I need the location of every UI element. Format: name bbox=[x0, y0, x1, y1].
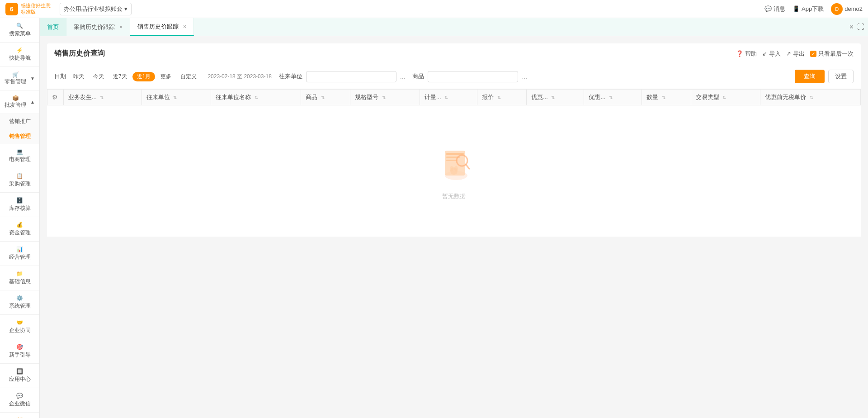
tab-close-button[interactable]: × bbox=[849, 23, 854, 31]
top-header: 6 畅捷信好生意 标准版 办公用品行业模拟账套 ▾ 💬 消息 📱 App下载 D… bbox=[0, 0, 868, 18]
sort-business-date[interactable]: ⇅ bbox=[100, 95, 104, 100]
header-right: 💬 消息 📱 App下载 D demo2 bbox=[764, 3, 863, 15]
goods-filter-input[interactable] bbox=[428, 71, 518, 82]
computer-icon: 💻 bbox=[2, 148, 38, 155]
unit-filter-input[interactable] bbox=[306, 71, 396, 82]
sidebar-item-search[interactable]: 🔍 搜索菜单 bbox=[0, 18, 39, 43]
message-button[interactable]: 💬 消息 bbox=[764, 5, 785, 13]
money-icon: 💰 bbox=[2, 222, 38, 228]
tab-actions: × ⛶ bbox=[846, 18, 868, 36]
sidebar: 🔍 搜索菜单 ⚡ 快捷导航 🛒 零售管理 ▼ 📦 批发管理 ▲ 营销推广 bbox=[0, 18, 40, 418]
page-title: 销售历史价查询 bbox=[54, 49, 105, 58]
sort-unit[interactable]: ⇅ bbox=[444, 95, 448, 100]
date-more-button[interactable]: 更多 bbox=[157, 72, 175, 81]
sidebar-item-purchase[interactable]: 📋 采购管理 bbox=[0, 168, 39, 193]
chevron-down-icon: ▼ bbox=[30, 76, 35, 81]
date-custom-button[interactable]: 自定义 bbox=[177, 72, 200, 81]
tab-spacer bbox=[194, 18, 846, 36]
sidebar-item-marketing[interactable]: 营销推广 bbox=[0, 114, 39, 129]
tab-sales-history[interactable]: 销售历史价跟踪 × bbox=[130, 18, 194, 36]
table-header-quantity: 数量 ⇅ bbox=[642, 90, 691, 105]
sort-unit-name[interactable]: ⇅ bbox=[255, 95, 258, 100]
logo-icon: 6 bbox=[5, 3, 18, 15]
sidebar-item-operations[interactable]: 📊 经营管理 bbox=[0, 242, 39, 266]
main-layout: 🔍 搜索菜单 ⚡ 快捷导航 🛒 零售管理 ▼ 📦 批发管理 ▲ 营销推广 bbox=[0, 18, 868, 418]
download-icon: 📱 bbox=[793, 5, 800, 12]
unit-filter-group: 往来单位 ... bbox=[279, 71, 406, 82]
import-button[interactable]: ↙ 导入 bbox=[762, 50, 781, 58]
sales-history-close-button[interactable]: × bbox=[183, 24, 186, 30]
handshake-icon: 🤝 bbox=[2, 319, 38, 326]
date-1month-button[interactable]: 近1月 bbox=[132, 72, 156, 81]
sidebar-item-retail[interactable]: 🛒 零售管理 ▼ bbox=[0, 67, 39, 90]
company-selector[interactable]: 办公用品行业模拟账套 ▾ bbox=[60, 3, 132, 15]
sidebar-item-ecommerce[interactable]: 💻 电商管理 bbox=[0, 144, 39, 168]
sidebar-item-wechat[interactable]: 💬 企业微信 bbox=[0, 388, 39, 413]
clipboard-icon: 📋 bbox=[2, 173, 38, 179]
sales-history-tab-label: 销售历史价跟踪 bbox=[137, 23, 179, 31]
home-tab-label: 首页 bbox=[47, 23, 59, 31]
user-menu[interactable]: D demo2 bbox=[831, 3, 863, 15]
sort-unit-code[interactable]: ⇅ bbox=[173, 95, 177, 100]
gear-icon: ⚙️ bbox=[2, 295, 38, 301]
sidebar-item-shortcuts[interactable]: ⚡ 快捷导航 bbox=[0, 43, 39, 67]
sidebar-item-sales[interactable]: 销售管理 bbox=[0, 129, 39, 144]
sort-goods[interactable]: ⇅ bbox=[321, 95, 325, 100]
date-filter-group: 日期 昨天 今天 近7天 近1月 更多 自定义 2023-02-18 至 202… bbox=[54, 72, 272, 81]
help-button[interactable]: ❓ 帮助 bbox=[736, 50, 757, 58]
sort-discount1[interactable]: ⇅ bbox=[551, 95, 555, 100]
date-yesterday-button[interactable]: 昨天 bbox=[70, 72, 88, 81]
sidebar-item-basic[interactable]: 📁 基础信息 bbox=[0, 266, 39, 290]
database-icon: 🗄️ bbox=[2, 197, 38, 204]
sidebar-item-finance[interactable]: 💰 资金管理 bbox=[0, 217, 39, 242]
tab-purchase-history[interactable]: 采购历史价跟踪 × bbox=[66, 18, 130, 36]
sort-quantity[interactable]: ⇅ bbox=[662, 95, 665, 100]
sidebar-item-apps[interactable]: 🔲 应用中心 bbox=[0, 364, 39, 388]
filter-actions: 查询 设置 bbox=[795, 70, 854, 83]
sort-discount2[interactable]: ⇅ bbox=[609, 95, 613, 100]
sidebar-item-guide[interactable]: 🎯 新手引导 bbox=[0, 339, 39, 364]
header-left: 6 畅捷信好生意 标准版 办公用品行业模拟账套 ▾ bbox=[5, 3, 132, 15]
chevron-up-icon: ▲ bbox=[30, 100, 35, 104]
sort-pretax-price[interactable]: ⇅ bbox=[810, 95, 813, 100]
date-7days-button[interactable]: 近7天 bbox=[109, 72, 131, 81]
svg-line-6 bbox=[466, 164, 469, 169]
sidebar-item-system[interactable]: ⚙️ 系统管理 bbox=[0, 290, 39, 315]
sort-spec[interactable]: ⇅ bbox=[382, 95, 386, 100]
page-header-actions: ❓ 帮助 ↙ 导入 ↗ 导出 ✓ 只看最后一次 bbox=[736, 50, 854, 58]
lightning-icon: ⚡ bbox=[2, 47, 38, 53]
page-content: 销售历史价查询 ❓ 帮助 ↙ 导入 ↗ 导出 ✓ bbox=[40, 36, 868, 418]
query-button[interactable]: 查询 bbox=[795, 70, 825, 83]
data-table: ⚙ 业务发生... ⇅ 往来单位 ⇅ 往来单位名称 bbox=[47, 89, 861, 105]
sidebar-item-vip[interactable]: 👑 畅会员 bbox=[0, 413, 39, 418]
message-icon: 💬 bbox=[764, 5, 772, 12]
date-today-button[interactable]: 今天 bbox=[90, 72, 108, 81]
last-only-checkbox-label[interactable]: ✓ 只看最后一次 bbox=[810, 50, 854, 58]
table-header-discount2: 优惠... ⇅ bbox=[584, 90, 642, 105]
date-buttons: 昨天 今天 近7天 近1月 更多 自定义 bbox=[70, 72, 200, 81]
export-button[interactable]: ↗ 导出 bbox=[786, 50, 805, 58]
sidebar-item-wholesale[interactable]: 📦 批发管理 ▲ bbox=[0, 90, 39, 114]
avatar: D bbox=[831, 3, 843, 15]
settings-gear-icon[interactable]: ⚙ bbox=[52, 94, 58, 101]
search-icon: 🔍 bbox=[2, 23, 38, 29]
sidebar-item-inventory[interactable]: 🗄️ 库存核算 bbox=[0, 193, 39, 217]
purchase-history-close-button[interactable]: × bbox=[119, 24, 123, 30]
page-header: 销售历史价查询 ❓ 帮助 ↙ 导入 ↗ 导出 ✓ bbox=[47, 43, 861, 64]
app-download-button[interactable]: 📱 App下载 bbox=[793, 5, 824, 13]
table-header-row: ⚙ 业务发生... ⇅ 往来单位 ⇅ 往来单位名称 bbox=[47, 90, 861, 105]
grid-icon: 🔲 bbox=[2, 368, 38, 375]
logo-text: 畅捷信好生意 标准版 bbox=[21, 3, 51, 14]
tab-maximize-button[interactable]: ⛶ bbox=[857, 23, 864, 31]
sidebar-item-enterprise[interactable]: 🤝 企业协同 bbox=[0, 315, 39, 339]
import-icon: ↙ bbox=[762, 50, 767, 57]
chevron-down-icon: ▾ bbox=[124, 5, 127, 12]
sort-trade-type[interactable]: ⇅ bbox=[722, 95, 726, 100]
table-header-settings: ⚙ bbox=[47, 90, 64, 105]
tab-home[interactable]: 首页 bbox=[40, 18, 66, 36]
sort-quote[interactable]: ⇅ bbox=[497, 95, 501, 100]
tabs-bar: 首页 采购历史价跟踪 × 销售历史价跟踪 × × ⛶ bbox=[40, 18, 868, 36]
settings-button[interactable]: 设置 bbox=[828, 70, 854, 83]
logo-area: 6 畅捷信好生意 标准版 bbox=[5, 3, 51, 15]
goods-filter-label: 商品 bbox=[412, 72, 424, 81]
